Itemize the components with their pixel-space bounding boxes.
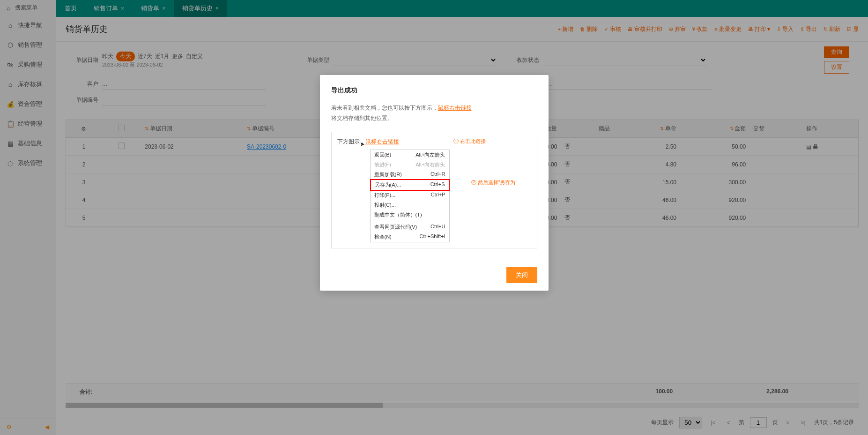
mock-link: 鼠标右击链接 [365, 138, 399, 145]
annotation-1: ① 右击此链接 [453, 138, 486, 145]
modal-title: 导出成功 [331, 86, 537, 95]
context-menu-item: 投射(C)... [371, 200, 449, 210]
close-button[interactable]: 关闭 [506, 267, 537, 283]
context-menu-item: 翻成中文（简体）(T) [371, 210, 449, 220]
cursor-icon: ➤ [360, 141, 365, 148]
modal-description: 若未看到相关文档，您也可以按下方图示，鼠标右击链接 将文档存储到其他位置。 [331, 103, 537, 123]
export-success-modal: 导出成功 若未看到相关文档，您也可以按下方图示，鼠标右击链接 将文档存储到其他位… [320, 75, 549, 291]
context-menu-item: 查看网页源代码(V)Ctrl+U [371, 222, 449, 232]
annotation-2: ② 然后选择"另存为" [471, 179, 518, 186]
context-menu-item: 打印(P)...Ctrl+P [371, 190, 449, 200]
context-menu-item: 返回(B)Alt+向左箭头 [371, 150, 449, 160]
modal-link[interactable]: 鼠标右击链接 [438, 105, 472, 111]
context-menu-item: 另存为(A)...Ctrl+S [370, 179, 450, 191]
context-menu-mock: 返回(B)Alt+向左箭头前进(F)Alt+向右箭头重新加载(R)Ctrl+R另… [370, 150, 450, 242]
modal-overlay: 导出成功 若未看到相关文档，您也可以按下方图示，鼠标右击链接 将文档存储到其他位… [0, 0, 868, 435]
modal-illustration: ① 右击此链接 ② 然后选择"另存为" 下方图示，鼠标右击链接 ➤ 返回(B)A… [331, 132, 537, 248]
context-menu-item: 检查(N)Ctrl+Shift+I [371, 232, 449, 242]
context-menu-item: 前进(F)Alt+向右箭头 [371, 160, 449, 170]
context-menu-item: 重新加载(R)Ctrl+R [371, 170, 449, 180]
